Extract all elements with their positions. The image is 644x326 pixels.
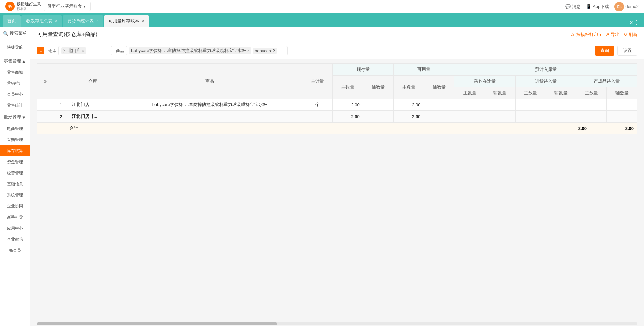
sidebar-item-retail-promo[interactable]: 营销推广 — [0, 78, 30, 89]
message-btn[interactable]: 💬 消息 — [565, 4, 581, 10]
search-menu-btn[interactable]: 🔍 搜索菜单 — [0, 27, 30, 40]
search-menu-label: 搜索菜单 — [10, 30, 27, 36]
footer-row: 合计 2.00 2.00 — [41, 125, 634, 131]
sidebar-item-retail-stat[interactable]: 零售统计 — [0, 100, 30, 111]
warehouse-label: 仓库 — [48, 48, 56, 54]
row2-production-sub — [607, 111, 637, 123]
tab-order-close[interactable]: × — [96, 19, 99, 24]
th-production-group: 产成品待入量 — [576, 76, 637, 87]
export-icon: ↗ — [606, 32, 609, 37]
data-table: ⚙ 仓库 商品 主计量 现存量 可用量 预计入库量 主数量 辅数量 — [37, 63, 637, 123]
tab-receive-close[interactable]: × — [55, 19, 57, 24]
warehouse-filter-group: 仓库 江北门店 × ... — [48, 46, 112, 55]
product-tag-1[interactable]: babycare学饮杯 儿童防摔防撞吸管杯重力球吸嘴杯宝宝水杯 × — [129, 47, 251, 54]
row1-index: 1 — [54, 99, 68, 111]
filter-toggle-btn[interactable]: » — [37, 47, 44, 54]
close-all-icon[interactable]: ✕ — [629, 20, 633, 26]
logo-text-area: 畅捷通好生意 标准版 — [17, 2, 41, 11]
setting-btn[interactable]: 设置 — [617, 46, 637, 56]
maximize-icon[interactable]: ⛶ — [636, 20, 641, 26]
product-tag-1-text: babycare学饮杯 儿童防摔防撞吸管杯重力球吸嘴杯宝宝水杯 — [131, 48, 246, 54]
th-settings[interactable]: ⚙ — [37, 64, 54, 99]
sidebar-section-retail: 零售管理 ▲ 零售商城 营销推广 会员中心 零售统计 — [0, 55, 30, 111]
logo-text: 畅捷通好生意 — [17, 2, 41, 6]
tab-available-close[interactable]: × — [142, 19, 144, 24]
sidebar-item-basic[interactable]: 基础信息 — [0, 179, 30, 190]
table-row: 1 江北门店 babycare学饮杯 儿童防摔防撞吸管杯重力球吸嘴杯宝宝水杯 个… — [37, 99, 637, 111]
industry-select[interactable]: 母婴行业演示账套 ▾ — [44, 2, 91, 11]
row1-incoming-sub — [546, 99, 576, 111]
template-print-btn[interactable]: 🖨 按模板打印 ▾ — [571, 32, 602, 38]
refresh-icon: ↻ — [624, 32, 627, 37]
sidebar-item-finance[interactable]: 资金管理 — [0, 156, 30, 168]
tab-available[interactable]: 可用量库存账本 × — [104, 15, 149, 27]
warehouse-tag-1-text: 江北门店 — [63, 48, 81, 54]
sidebar-item-retail-member[interactable]: 会员中心 — [0, 89, 30, 100]
sidebar-item-system[interactable]: 系统管理 — [0, 190, 30, 201]
page-title: 可用量查询(按仓库+商品) — [37, 31, 97, 38]
sidebar: 🔍 搜索菜单 快捷导航 零售管理 ▲ 零售商城 营销推广 会员中心 零售统计 批… — [0, 27, 30, 326]
industry-select-label: 母婴行业演示账套 — [47, 3, 82, 9]
warehouse-tag-1[interactable]: 江北门店 × — [61, 47, 86, 54]
sidebar-section-retail-header[interactable]: 零售管理 ▲ — [0, 55, 30, 67]
scroll-thumb[interactable] — [37, 322, 277, 325]
sidebar-item-member2[interactable]: 畅会员 — [0, 245, 30, 256]
th-available-group: 可用量 — [393, 64, 454, 76]
quick-nav-item[interactable]: 快捷导航 — [0, 42, 30, 53]
page-actions: 🖨 按模板打印 ▾ ↗ 导出 ↻ 刷新 — [571, 32, 637, 38]
wholesale-label: 批发管理 — [4, 114, 21, 120]
main-layout: 🔍 搜索菜单 快捷导航 零售管理 ▲ 零售商城 营销推广 会员中心 零售统计 批… — [0, 27, 644, 326]
username-label: demo2 — [625, 4, 639, 9]
tab-order[interactable]: 要货单统计表 × — [63, 15, 103, 27]
refresh-btn[interactable]: ↻ 刷新 — [624, 32, 637, 38]
sidebar-item-purchase[interactable]: 采购管理 — [0, 134, 30, 145]
th-available-sub: 辅数量 — [424, 76, 454, 99]
row1-unit: 个 — [302, 99, 333, 111]
sidebar-item-retail-mall[interactable]: 零售商城 — [0, 67, 30, 78]
product-dots[interactable]: ... — [278, 48, 285, 53]
product-input[interactable]: babycare学饮杯 儿童防摔防撞吸管杯重力球吸嘴杯宝宝水杯 × babyca… — [126, 46, 288, 55]
search-icon: 🔍 — [3, 31, 8, 36]
tab-receive[interactable]: 收发存汇总表 × — [21, 15, 62, 27]
row2-warehouse: 江北门店【... — [68, 111, 117, 123]
export-btn[interactable]: ↗ 导出 — [606, 32, 620, 38]
app-download-btn[interactable]: 📱 App下载 — [586, 4, 609, 10]
logo-sub: 标准版 — [17, 7, 41, 11]
th-stock-group: 现存量 — [332, 64, 393, 76]
logo-area: 畅 畅捷通好生意 标准版 — [5, 2, 41, 11]
row2-production-main — [576, 111, 607, 123]
chevron-down-icon2: ▼ — [22, 115, 26, 120]
sidebar-item-ecommerce[interactable]: 电商管理 — [0, 123, 30, 134]
product-tag-1-close[interactable]: × — [247, 49, 249, 53]
product-tag-2[interactable]: babycare? — [253, 48, 277, 54]
sidebar-item-newbie[interactable]: 新手引导 — [0, 212, 30, 223]
th-incoming-sub: 辅数量 — [546, 87, 576, 99]
user-area[interactable]: Ea demo2 — [614, 2, 639, 11]
row1-settings — [37, 99, 54, 111]
sidebar-item-wechat[interactable]: 企业微信 — [0, 234, 30, 245]
query-btn[interactable]: 查询 — [595, 46, 614, 56]
row2-product — [117, 111, 302, 123]
nav-tabs-actions: ✕ ⛶ — [629, 20, 641, 27]
warehouse-tag-1-close[interactable]: × — [82, 49, 84, 53]
th-purchase-main: 主数量 — [454, 87, 485, 99]
sidebar-item-enterprise[interactable]: 企业协同 — [0, 201, 30, 212]
th-unit: 主计量 — [302, 64, 333, 99]
horizontal-scrollbar[interactable] — [30, 321, 644, 326]
sidebar-item-inventory[interactable]: 库存核算 — [0, 145, 30, 156]
tab-home[interactable]: 首页 — [3, 15, 21, 27]
row2-available-sub — [424, 111, 454, 123]
sidebar-item-operations[interactable]: 经营管理 — [0, 168, 30, 179]
table-settings-icon[interactable]: ⚙ — [43, 79, 47, 84]
sidebar-item-appcenter[interactable]: 应用中心 — [0, 223, 30, 234]
sidebar-section-wholesale-header[interactable]: 批发管理 ▼ — [0, 111, 30, 123]
message-icon: 💬 — [565, 4, 571, 9]
top-bar: 畅 畅捷通好生意 标准版 母婴行业演示账套 ▾ 💬 消息 📱 App下载 Ea … — [0, 0, 644, 13]
logo-icon: 畅 — [5, 2, 15, 11]
warehouse-dots[interactable]: ... — [87, 48, 94, 53]
export-label: 导出 — [611, 32, 620, 38]
warehouse-input[interactable]: 江北门店 × ... — [58, 46, 112, 55]
table-row-subtotal: 2 江北门店【... 2.00 2.00 — [37, 111, 637, 123]
th-production-main: 主数量 — [576, 87, 607, 99]
double-arrow-icon: » — [39, 48, 42, 53]
